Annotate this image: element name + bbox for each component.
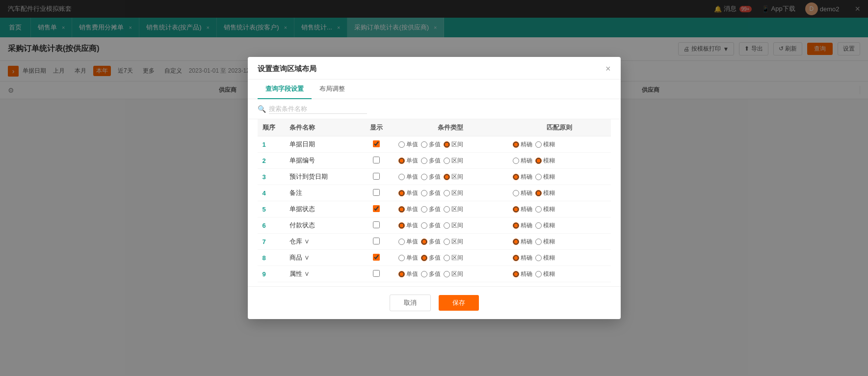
radio-type-区间-5[interactable] <box>444 206 450 213</box>
radio-match-精确-7[interactable] <box>513 239 519 245</box>
radio-match-模糊-8[interactable] <box>535 255 542 261</box>
radio-type-区间-7[interactable] <box>444 239 450 245</box>
radio-type-多值-7[interactable] <box>421 239 427 245</box>
radio-type-单值-3[interactable] <box>398 174 405 180</box>
radio-match-精确-3[interactable] <box>513 174 519 180</box>
radio-match-模糊-5[interactable] <box>535 206 542 213</box>
radio-match-精确-8[interactable] <box>513 255 519 261</box>
row-match-6[interactable]: 精确模糊 <box>508 217 611 234</box>
row-type-6[interactable]: 单值多值区间 <box>394 217 508 234</box>
radio-match-精确-5[interactable] <box>513 206 519 213</box>
radio-match-模糊-3[interactable] <box>535 174 542 180</box>
modal-overlay: 设置查询区域布局 × 查询字段设置 布局调整 🔍 顺序 条件名称 <box>0 0 868 376</box>
row-display-6[interactable] <box>359 217 394 234</box>
row-match-8[interactable]: 精确模糊 <box>508 250 611 266</box>
row-type-3[interactable]: 单值多值区间 <box>394 169 508 185</box>
row-display-10[interactable] <box>359 282 394 287</box>
row-display-5[interactable] <box>359 201 394 217</box>
dialog-tab-fields[interactable]: 查询字段设置 <box>258 80 312 99</box>
checkbox-display-7[interactable] <box>373 238 380 244</box>
radio-type-多值-8[interactable] <box>421 255 427 261</box>
radio-type-多值-9[interactable] <box>421 271 427 277</box>
dialog-tab-layout[interactable]: 布局调整 <box>312 80 353 99</box>
radio-type-区间-2[interactable] <box>444 158 450 164</box>
radio-type-多值-1[interactable] <box>421 141 427 148</box>
row-match-9[interactable]: 精确模糊 <box>508 266 611 282</box>
radio-type-单值-9[interactable] <box>398 271 405 277</box>
radio-type-区间-9[interactable] <box>444 271 450 277</box>
radio-type-单值-8[interactable] <box>398 255 405 261</box>
row-display-7[interactable] <box>359 234 394 250</box>
row-type-8[interactable]: 单值多值区间 <box>394 250 508 266</box>
radio-type-多值-3[interactable] <box>421 174 427 180</box>
row-type-10[interactable]: 单值多值区间 <box>394 282 508 287</box>
radio-match-精确-2[interactable] <box>513 158 519 164</box>
radio-type-单值-4[interactable] <box>398 190 405 196</box>
radio-match-模糊-2[interactable] <box>535 158 542 164</box>
radio-type-区间-8[interactable] <box>444 255 450 261</box>
checkbox-display-1[interactable] <box>373 140 380 147</box>
radio-type-单值-6[interactable] <box>398 222 405 229</box>
radio-match-模糊-1[interactable] <box>535 141 542 148</box>
row-order-10: 10 <box>258 282 285 287</box>
radio-type-区间-1[interactable] <box>444 141 450 148</box>
checkbox-display-8[interactable] <box>373 254 380 261</box>
table-row: 6付款状态单值多值区间精确模糊 <box>258 217 611 234</box>
checkbox-display-6[interactable] <box>373 221 380 228</box>
row-name-6: 付款状态 <box>285 217 359 234</box>
radio-match-模糊-7[interactable] <box>535 239 542 245</box>
table-row: 10有无商品图片单值多值区间精确模糊 <box>258 282 611 287</box>
row-display-1[interactable] <box>359 136 394 153</box>
row-match-7[interactable]: 精确模糊 <box>508 234 611 250</box>
radio-match-模糊-9[interactable] <box>535 271 542 277</box>
radio-type-多值-5[interactable] <box>421 206 427 213</box>
radio-type-区间-3[interactable] <box>444 174 450 180</box>
checkbox-display-3[interactable] <box>373 173 380 180</box>
checkbox-display-5[interactable] <box>373 205 380 212</box>
checkbox-display-10[interactable] <box>373 286 380 287</box>
radio-match-精确-4[interactable] <box>513 190 519 196</box>
row-match-10[interactable]: 精确模糊 <box>508 282 611 287</box>
row-type-7[interactable]: 单值多值区间 <box>394 234 508 250</box>
row-display-4[interactable] <box>359 185 394 201</box>
row-type-2[interactable]: 单值多值区间 <box>394 153 508 169</box>
dialog-close-btn[interactable]: × <box>605 64 611 74</box>
row-display-3[interactable] <box>359 169 394 185</box>
checkbox-display-9[interactable] <box>373 270 380 277</box>
table-row: 8商品 ∨单值多值区间精确模糊 <box>258 250 611 266</box>
radio-type-区间-4[interactable] <box>444 190 450 196</box>
row-match-3[interactable]: 精确模糊 <box>508 169 611 185</box>
checkbox-display-4[interactable] <box>373 189 380 196</box>
row-type-1[interactable]: 单值多值区间 <box>394 136 508 153</box>
dialog-search-bar: 🔍 <box>248 99 621 119</box>
radio-match-精确-6[interactable] <box>513 222 519 229</box>
radio-type-多值-4[interactable] <box>421 190 427 196</box>
radio-type-单值-5[interactable] <box>398 206 405 213</box>
checkbox-display-2[interactable] <box>373 157 380 163</box>
save-btn[interactable]: 保存 <box>439 295 479 311</box>
row-display-8[interactable] <box>359 250 394 266</box>
radio-type-单值-2[interactable] <box>398 158 405 164</box>
cancel-btn[interactable]: 取消 <box>390 295 431 311</box>
row-match-2[interactable]: 精确模糊 <box>508 153 611 169</box>
row-order-6: 6 <box>258 217 285 234</box>
radio-type-区间-6[interactable] <box>444 222 450 229</box>
row-match-1[interactable]: 精确模糊 <box>508 136 611 153</box>
row-type-4[interactable]: 单值多值区间 <box>394 185 508 201</box>
row-match-5[interactable]: 精确模糊 <box>508 201 611 217</box>
row-type-9[interactable]: 单值多值区间 <box>394 266 508 282</box>
row-display-9[interactable] <box>359 266 394 282</box>
radio-type-单值-1[interactable] <box>398 141 405 148</box>
table-row: 1单据日期单值多值区间精确模糊 <box>258 136 611 153</box>
radio-type-多值-6[interactable] <box>421 222 427 229</box>
radio-type-单值-7[interactable] <box>398 239 405 245</box>
row-display-2[interactable] <box>359 153 394 169</box>
radio-match-模糊-6[interactable] <box>535 222 542 229</box>
radio-match-模糊-4[interactable] <box>535 190 542 196</box>
radio-match-精确-9[interactable] <box>513 271 519 277</box>
radio-match-精确-1[interactable] <box>513 141 519 148</box>
radio-type-多值-2[interactable] <box>421 158 427 164</box>
row-type-5[interactable]: 单值多值区间 <box>394 201 508 217</box>
row-match-4[interactable]: 精确模糊 <box>508 185 611 201</box>
search-input[interactable] <box>269 104 367 114</box>
